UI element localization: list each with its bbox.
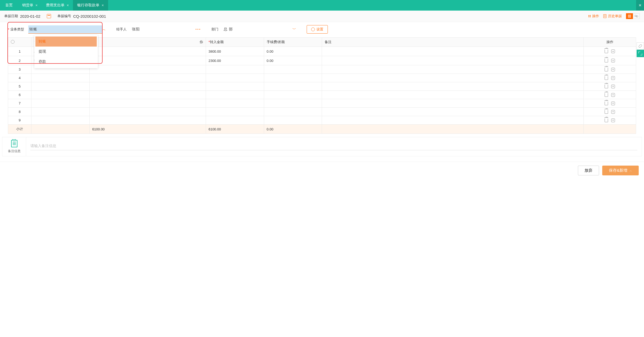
cell-fee[interactable] xyxy=(264,116,322,125)
cell-remark[interactable] xyxy=(322,56,584,65)
cell-blank[interactable] xyxy=(89,74,206,82)
cell-in[interactable] xyxy=(206,99,264,108)
delete-icon[interactable] xyxy=(605,102,608,105)
delete-icon[interactable] xyxy=(605,85,608,88)
more-icon[interactable]: ··· xyxy=(195,27,201,32)
cell-fee[interactable] xyxy=(264,82,322,91)
cell-remark[interactable] xyxy=(322,82,584,91)
tab-home[interactable]: 首页 xyxy=(0,0,18,11)
add-icon[interactable] xyxy=(611,85,615,88)
table-row[interactable]: 4 xyxy=(8,74,636,82)
tab-sales[interactable]: 销货单× xyxy=(18,0,42,11)
cell-blank[interactable] xyxy=(89,82,206,91)
cell-in[interactable] xyxy=(206,91,264,99)
add-icon[interactable] xyxy=(611,76,615,80)
cell-actions xyxy=(584,74,636,82)
cell-remark[interactable] xyxy=(322,99,584,108)
tab-bank[interactable]: 银行存取款单× xyxy=(73,0,108,11)
delete-icon[interactable] xyxy=(605,59,608,62)
cell-out[interactable] xyxy=(31,82,89,91)
table-row[interactable]: 1工行93800.000.00 xyxy=(8,47,636,56)
save-button[interactable]: 保存&新增 ︿ xyxy=(602,166,639,175)
cell-blank[interactable] xyxy=(89,116,206,125)
add-icon[interactable] xyxy=(611,110,615,114)
cell-remark[interactable] xyxy=(322,91,584,99)
cell-in[interactable] xyxy=(206,116,264,125)
date-value[interactable]: 2020-01-02 xyxy=(20,14,40,19)
close-icon[interactable]: × xyxy=(102,3,104,7)
cell-in[interactable]: 2300.00 xyxy=(206,56,264,65)
cell-out[interactable] xyxy=(31,116,89,125)
tab-expense[interactable]: 费用支出单× xyxy=(42,0,73,11)
cell-out[interactable] xyxy=(31,91,89,99)
cell-remark[interactable] xyxy=(322,116,584,125)
cell-fee[interactable] xyxy=(264,65,322,74)
cell-blank[interactable] xyxy=(89,47,206,56)
cell-fee[interactable] xyxy=(264,99,322,108)
chevron-down-icon[interactable]: ﹀ xyxy=(292,27,296,32)
add-icon[interactable] xyxy=(611,93,615,97)
table-row[interactable]: 8 xyxy=(8,108,636,116)
cell-fee[interactable]: 0.00 xyxy=(264,47,322,56)
discard-button[interactable]: 放弃 xyxy=(578,166,599,175)
cell-in[interactable] xyxy=(206,82,264,91)
cell-out[interactable] xyxy=(31,74,89,82)
add-icon[interactable] xyxy=(611,59,615,62)
table-config-header[interactable] xyxy=(8,38,31,47)
cell-remark[interactable] xyxy=(322,74,584,82)
chevron-up-icon[interactable]: ︿ xyxy=(102,27,106,32)
table-row[interactable]: 5 xyxy=(8,82,636,91)
delete-icon[interactable] xyxy=(605,110,608,114)
table-row[interactable]: 9 xyxy=(8,116,636,125)
dropdown-option-transfer[interactable]: 转账 xyxy=(35,37,97,47)
view-grid-button[interactable] xyxy=(633,13,640,19)
dropdown-option-deposit[interactable]: 存款 xyxy=(35,57,97,67)
settings-button[interactable]: 设置 xyxy=(307,25,328,34)
add-icon[interactable] xyxy=(611,68,615,71)
biz-type-field[interactable]: * 业务类型 转账 ︿ 转账 提现 存款 xyxy=(8,25,106,34)
view-list-button[interactable] xyxy=(626,13,633,19)
cell-out[interactable] xyxy=(31,99,89,108)
add-icon[interactable] xyxy=(611,102,615,105)
cell-in[interactable] xyxy=(206,108,264,116)
cell-remark[interactable] xyxy=(322,108,584,116)
cell-blank[interactable] xyxy=(89,56,206,65)
ops-button[interactable]: 操作 xyxy=(588,14,599,19)
add-icon[interactable] xyxy=(611,119,615,122)
cell-fee[interactable]: 0.00 xyxy=(264,56,322,65)
handler-field[interactable]: 经手人 张阳 ··· xyxy=(116,25,201,34)
cell-remark[interactable] xyxy=(322,65,584,74)
cell-in[interactable]: 3800.00 xyxy=(206,47,264,56)
link-tool[interactable] xyxy=(637,42,644,50)
panel-close-button[interactable]: × xyxy=(636,0,644,11)
table-row[interactable]: 2微信2300.000.00 xyxy=(8,56,636,65)
calendar-icon[interactable] xyxy=(47,14,51,18)
table-row[interactable]: 6 xyxy=(8,91,636,99)
delete-icon[interactable] xyxy=(605,49,608,53)
remarks-input[interactable] xyxy=(30,142,637,150)
dept-field[interactable]: 部门 总 部 ﹀ xyxy=(211,25,296,34)
cell-fee[interactable] xyxy=(264,91,322,99)
close-icon[interactable]: × xyxy=(67,3,69,7)
add-icon[interactable] xyxy=(611,49,615,53)
cell-blank[interactable] xyxy=(89,108,206,116)
delete-icon[interactable] xyxy=(605,93,608,97)
cell-blank[interactable] xyxy=(89,91,206,99)
cell-remark[interactable] xyxy=(322,47,584,56)
cell-out[interactable] xyxy=(31,108,89,116)
table-row[interactable]: 3 xyxy=(8,65,636,74)
table-row[interactable]: 7 xyxy=(8,99,636,108)
cell-in[interactable] xyxy=(206,74,264,82)
close-icon[interactable]: × xyxy=(35,3,38,7)
cell-in[interactable] xyxy=(206,65,264,74)
delete-icon[interactable] xyxy=(605,119,608,122)
cell-fee[interactable] xyxy=(264,74,322,82)
cell-blank[interactable] xyxy=(89,65,206,74)
expand-tool[interactable] xyxy=(637,50,644,57)
cell-blank[interactable] xyxy=(89,99,206,108)
cell-fee[interactable] xyxy=(264,108,322,116)
delete-icon[interactable] xyxy=(605,68,608,71)
delete-icon[interactable] xyxy=(605,76,608,80)
dropdown-option-withdraw[interactable]: 提现 xyxy=(35,47,97,57)
history-button[interactable]: 历史单据 xyxy=(603,14,622,19)
